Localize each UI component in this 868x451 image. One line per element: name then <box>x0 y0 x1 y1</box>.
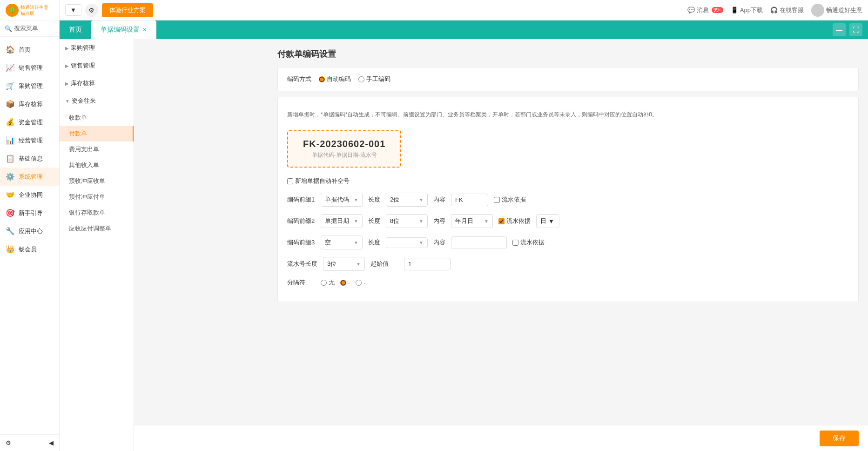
sidebar-item-guide[interactable]: 🎯 新手引导 <box>0 204 59 222</box>
sidebar-item-vip[interactable]: 👑 畅会员 <box>0 240 59 258</box>
left-panel-item-adjustment[interactable]: 应收应付调整单 <box>60 221 134 236</box>
serial-start-input[interactable] <box>404 258 451 270</box>
tab-encoding-settings[interactable]: 单据编码设置 ✕ <box>91 20 156 39</box>
prefix2-row: 编码前缀2 单据日期 ▼ 长度 8位 ▼ 内容 年月日 ▼ 流水依据 <box>287 214 849 228</box>
tabbar-maximize-btn[interactable]: ⛶ <box>849 23 862 36</box>
prefix3-select[interactable]: 空 ▼ <box>321 236 363 249</box>
prefix1-waterfall-label[interactable]: 流水依据 <box>494 195 526 204</box>
group-purchase-title[interactable]: ▶ 采购管理 <box>60 39 134 57</box>
sidebar-item-system[interactable]: ⚙️ 系统管理 <box>0 168 59 186</box>
prefix2-length-dropdown-icon: ▼ <box>419 219 424 224</box>
left-panel-item-prepay-offset[interactable]: 预收冲应收单 <box>60 173 134 189</box>
save-button[interactable]: 保存 <box>820 431 859 446</box>
system-icon: ⚙️ <box>6 172 15 181</box>
sidebar-item-operations[interactable]: 📊 经营管理 <box>0 131 59 149</box>
prefix2-day-dropdown-icon: ▼ <box>548 218 554 225</box>
finance-icon: 💰 <box>6 118 15 127</box>
settings-icon[interactable]: ⚙ <box>85 4 98 17</box>
manual-encoding-option[interactable]: 手工编码 <box>358 75 390 83</box>
left-panel-item-other-income[interactable]: 其他收入单 <box>60 157 134 173</box>
sidebar-item-home[interactable]: 🏠 首页 <box>0 40 59 59</box>
sidebar-item-finance[interactable]: 💰 资金管理 <box>0 113 59 131</box>
encoding-mode-card: 编码方式 自动编码 手工编码 <box>277 67 859 91</box>
company-dropdown[interactable]: ▼ <box>65 4 81 16</box>
online-service-btn[interactable]: 🎧 在线客服 <box>770 6 804 14</box>
sidebar-item-basic[interactable]: 📋 基础信息 <box>0 149 59 168</box>
manual-encoding-radio[interactable] <box>358 76 364 82</box>
prefix1-select[interactable]: 单据代码 ▼ <box>321 193 363 207</box>
sidebar-item-enterprise[interactable]: 🤝 企业协同 <box>0 186 59 204</box>
topbar-right: 💬 消息 99+ 📱 App下载 🎧 在线客服 畅通道好生意 <box>687 4 862 17</box>
apps-icon: 🔧 <box>6 227 15 236</box>
left-panel-item-bank[interactable]: 银行存取款单 <box>60 205 134 221</box>
prefix1-waterfall-checkbox[interactable] <box>494 197 500 203</box>
prefix2-select[interactable]: 单据日期 ▼ <box>321 214 363 228</box>
separator-dot-option[interactable]: · <box>340 279 350 286</box>
app-download-btn[interactable]: 📱 App下载 <box>731 6 763 14</box>
experience-btn[interactable]: 体验行业方案 <box>102 3 153 17</box>
sidebar-collapse-btn[interactable]: ◀ <box>49 439 54 446</box>
group-finance-title[interactable]: ▼ 资金往来 <box>60 92 134 110</box>
desc-text: 新增单据时，*单据编码*自动生成，不可编辑。前缀设置为部门、业务员等档案类，开单… <box>287 110 849 119</box>
prefix3-row: 编码前缀3 空 ▼ 长度 ▼ 内容 流水依据 <box>287 236 849 249</box>
left-panel-item-advance-offset[interactable]: 预付冲应付单 <box>60 189 134 205</box>
tabbar-minimize-btn[interactable]: — <box>833 23 846 36</box>
auto-fill-checkbox[interactable] <box>287 178 293 184</box>
sidebar-item-apps[interactable]: 🔧 应用中心 <box>0 222 59 240</box>
download-icon: 📱 <box>731 7 738 13</box>
operations-icon: 📊 <box>6 136 15 145</box>
left-panel-item-receipt[interactable]: 收款单 <box>60 110 134 126</box>
prefix3-waterfall-checkbox[interactable] <box>512 240 518 246</box>
prefix1-content-input[interactable] <box>451 194 488 206</box>
separator-dot2-option[interactable]: · <box>356 279 365 286</box>
prefix2-waterfall-checkbox[interactable] <box>498 218 505 224</box>
prefix2-waterfall-label[interactable]: 流水依据 <box>498 217 531 225</box>
sidebar-item-sales[interactable]: 📈 销售管理 <box>0 59 59 77</box>
auto-fill-checkbox-label[interactable]: 新增单据自动补空号 <box>287 177 350 185</box>
group-inventory-title[interactable]: ▶ 库存核算 <box>60 74 134 92</box>
prefix1-length-select[interactable]: 2位 ▼ <box>386 193 428 207</box>
message-btn[interactable]: 💬 消息 99+ <box>687 6 723 14</box>
left-panel-item-payment[interactable]: 付款单 <box>60 126 134 141</box>
basic-icon: 📋 <box>6 154 15 163</box>
message-badge: 99+ <box>712 7 723 13</box>
prefix1-dropdown-icon: ▼ <box>354 197 358 202</box>
layout: ▶ 采购管理 ▶ 销售管理 ▶ 库存核算 ▼ 资金往来 收款单 付款单 费用支出… <box>0 39 868 451</box>
prefix2-content-dropdown-icon: ▼ <box>484 219 489 224</box>
tab-home[interactable]: 首页 <box>60 20 91 39</box>
separator-dot-radio[interactable] <box>340 280 346 286</box>
tab-close-icon[interactable]: ✕ <box>142 27 147 33</box>
group-sales-title[interactable]: ▶ 销售管理 <box>60 57 134 74</box>
prefix3-length-select[interactable]: ▼ <box>386 237 428 248</box>
group-sales: ▶ 销售管理 <box>60 57 134 74</box>
inventory-icon: 📦 <box>6 100 15 108</box>
prefix2-day-select[interactable]: 日 ▼ <box>536 214 559 228</box>
prefix2-length-select[interactable]: 8位 ▼ <box>386 214 428 228</box>
bottom-bar: 保存 <box>134 425 868 451</box>
prefix2-content-label: 内容 <box>433 217 445 225</box>
sidebar-settings-btn[interactable]: ⚙ <box>6 439 11 446</box>
separator-dot2-radio[interactable] <box>356 280 362 286</box>
serial-length-dropdown-icon: ▼ <box>356 262 361 267</box>
sidebar-item-purchase[interactable]: 🛒 采购管理 <box>0 77 59 95</box>
chevron-right-icon-3: ▶ <box>65 81 69 86</box>
serial-length-select[interactable]: 3位 ▼ <box>323 257 365 271</box>
encoding-mode-label: 编码方式 <box>287 75 311 83</box>
prefix3-waterfall-label[interactable]: 流水依据 <box>512 238 545 247</box>
purchase-icon: 🛒 <box>6 81 15 90</box>
prefix2-content-select[interactable]: 年月日 ▼ <box>451 214 493 228</box>
prefix1-length-dropdown-icon: ▼ <box>419 197 424 202</box>
user-area[interactable]: 畅通道好生意 <box>811 4 862 17</box>
search-menu[interactable]: 🔍 搜索菜单 <box>0 20 59 37</box>
auto-encoding-radio[interactable] <box>319 76 325 82</box>
prefix1-content-label: 内容 <box>433 195 445 204</box>
separator-none-option[interactable]: 无 <box>321 278 335 287</box>
separator-none-radio[interactable] <box>321 280 327 286</box>
prefix1-length-label: 长度 <box>368 195 380 204</box>
sidebar-item-inventory[interactable]: 📦 库存核算 <box>0 95 59 113</box>
home-icon: 🏠 <box>6 45 15 54</box>
chevron-right-icon: ▶ <box>65 46 69 51</box>
prefix3-content-input[interactable] <box>451 236 507 249</box>
auto-encoding-option[interactable]: 自动编码 <box>319 75 351 83</box>
left-panel-item-expense[interactable]: 费用支出单 <box>60 141 134 157</box>
